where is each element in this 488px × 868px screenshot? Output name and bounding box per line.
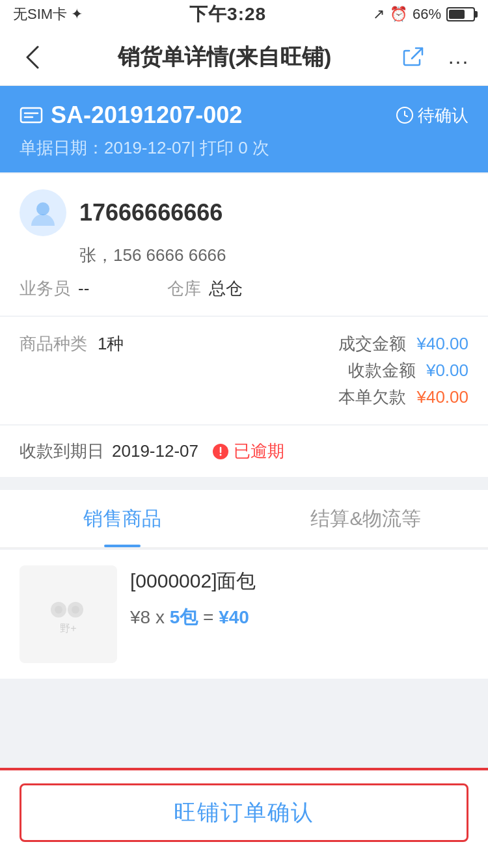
- tab-settlement[interactable]: 结算&物流等: [244, 490, 488, 547]
- tab-sales-goods[interactable]: 销售商品: [0, 490, 244, 547]
- svg-text:野+: 野+: [60, 623, 76, 634]
- location-icon: ↗: [373, 6, 385, 23]
- customer-name-phone: 张，156 6666 6666: [20, 244, 468, 267]
- order-status: 待确认: [396, 104, 468, 127]
- share-button[interactable]: [397, 41, 429, 74]
- warehouse-label: 仓库: [167, 277, 201, 300]
- debt-amount-value: ¥40.00: [416, 387, 468, 407]
- amount-card: 商品种类 1种 成交金额 ¥40.00 收款金额 ¥0.00 本单欠款 ¥40.…: [0, 317, 488, 424]
- svg-point-8: [72, 606, 79, 614]
- svg-point-6: [55, 606, 62, 614]
- goods-type-label: 商品种类: [20, 332, 87, 355]
- status-right: ↗ ⏰ 66%: [373, 6, 475, 23]
- alarm-icon: ⏰: [390, 6, 407, 23]
- tab-indicator: [104, 545, 141, 547]
- due-date-card: 收款到期日 2019-12-07 已逾期: [0, 426, 488, 477]
- status-time: 下午3:28: [189, 2, 266, 27]
- page-title: 销货单详情(来自旺铺): [52, 42, 397, 72]
- order-header-card: SA-20191207-002 待确认 单据日期：2019-12-07| 打印 …: [0, 86, 488, 172]
- product-price: ¥8 x 5包 = ¥40: [130, 605, 468, 630]
- customer-phone: 17666666666: [79, 199, 223, 226]
- overdue-badge: 已逾期: [211, 440, 284, 463]
- due-date-label: 收款到期日: [20, 440, 104, 463]
- avatar: [20, 189, 66, 236]
- received-amount-label: 收款金额: [348, 359, 416, 382]
- due-date-value: 2019-12-07: [112, 441, 198, 461]
- deal-amount-label: 成交金额: [338, 332, 406, 355]
- more-button[interactable]: ...: [442, 41, 475, 74]
- goods-type-value: 1种: [98, 332, 124, 355]
- received-amount-value: ¥0.00: [426, 360, 468, 381]
- battery-text: 66%: [413, 6, 441, 23]
- nav-actions: ...: [397, 41, 475, 74]
- status-left: 无SIM卡 ✦: [13, 5, 83, 24]
- product-card: 野+ [0000002]面包 ¥8 x 5包 = ¥40: [0, 550, 488, 679]
- salesperson-value: --: [78, 278, 89, 299]
- status-bar: 无SIM卡 ✦ 下午3:28 ↗ ⏰ 66%: [0, 0, 488, 29]
- product-quantity: 5包: [170, 607, 198, 627]
- debt-amount-label: 本单欠款: [338, 386, 406, 409]
- svg-point-2: [36, 202, 49, 215]
- deal-amount-value: ¥40.00: [416, 334, 468, 354]
- salesperson-label: 业务员: [20, 277, 70, 300]
- product-info: [0000002]面包 ¥8 x 5包 = ¥40: [130, 565, 468, 630]
- sim-text: 无SIM卡 ✦: [13, 5, 83, 24]
- confirm-order-button[interactable]: 旺铺订单确认: [20, 783, 468, 842]
- product-thumbnail: 野+: [20, 565, 117, 663]
- goods-type: 商品种类 1种: [20, 332, 124, 355]
- svg-rect-0: [21, 108, 42, 122]
- warehouse-value: 总仓: [209, 277, 243, 300]
- amount-details: 成交金额 ¥40.00 收款金额 ¥0.00 本单欠款 ¥40.00: [338, 332, 468, 409]
- customer-info-card: 17666666666 张，156 6666 6666 业务员 -- 仓库 总仓: [0, 174, 488, 316]
- battery-icon: [446, 7, 475, 21]
- product-total: ¥40: [219, 607, 249, 627]
- order-id: SA-20191207-002: [20, 102, 242, 129]
- bottom-action: 旺铺订单确认: [0, 768, 488, 868]
- customer-meta: 业务员 -- 仓库 总仓: [20, 277, 468, 300]
- nav-bar: 销货单详情(来自旺铺) ...: [0, 29, 488, 86]
- product-name: [0000002]面包: [130, 568, 468, 595]
- back-button[interactable]: [13, 38, 52, 77]
- svg-point-4: [220, 454, 222, 455]
- order-date: 单据日期：2019-12-07| 打印 0 次: [20, 137, 468, 159]
- tabs-bar: 销售商品 结算&物流等: [0, 490, 488, 549]
